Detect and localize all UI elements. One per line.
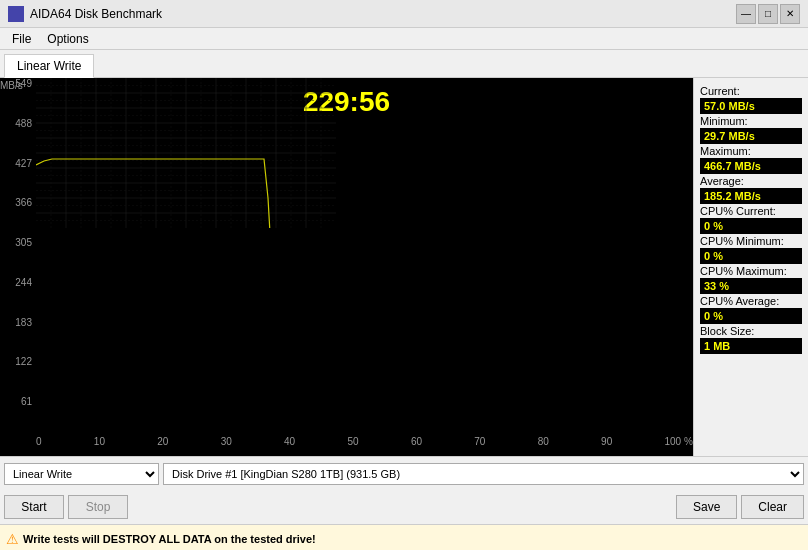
block-size-label: Block Size: [700, 325, 754, 337]
cpu-maximum-label: CPU% Maximum: [700, 265, 787, 277]
x-label-60: 60 [411, 436, 422, 447]
menu-bar: File Options [0, 28, 808, 50]
bottom-controls: Linear Write Random Write Linear Read Ra… [0, 456, 808, 490]
y-label-366: 366 [15, 197, 32, 208]
cpu-current-label: CPU% Current: [700, 205, 776, 217]
x-label-80: 80 [538, 436, 549, 447]
y-label-244: 244 [15, 277, 32, 288]
maximize-button[interactable]: □ [758, 4, 778, 24]
cpu-minimum-label: CPU% Minimum: [700, 235, 784, 247]
y-label-122: 122 [15, 356, 32, 367]
window-title: AIDA64 Disk Benchmark [30, 7, 162, 21]
x-label-10: 10 [94, 436, 105, 447]
x-label-100: 100 % [665, 436, 693, 447]
chart-area: MB/s 229:56 549 488 427 366 305 244 183 … [0, 78, 693, 456]
y-label-549: 549 [15, 78, 32, 89]
minimum-value: 29.7 MB/s [700, 128, 802, 144]
y-axis: 549 488 427 366 305 244 183 122 61 [0, 78, 36, 436]
x-label-70: 70 [474, 436, 485, 447]
main-content: MB/s 229:56 549 488 427 366 305 244 183 … [0, 78, 808, 456]
minimum-label: Minimum: [700, 115, 748, 127]
average-value: 185.2 MB/s [700, 188, 802, 204]
clear-button[interactable]: Clear [741, 495, 804, 519]
minimize-button[interactable]: — [736, 4, 756, 24]
tab-bar: Linear Write [0, 50, 808, 78]
warning-text: Write tests will DESTROY ALL DATA on the… [23, 533, 316, 545]
y-label-488: 488 [15, 118, 32, 129]
cpu-average-value: 0 % [700, 308, 802, 324]
window-controls: — □ ✕ [736, 4, 800, 24]
x-label-40: 40 [284, 436, 295, 447]
menu-file[interactable]: File [4, 30, 39, 48]
close-button[interactable]: ✕ [780, 4, 800, 24]
warning-bar: ⚠ Write tests will DESTROY ALL DATA on t… [0, 524, 808, 550]
x-label-50: 50 [347, 436, 358, 447]
maximum-label: Maximum: [700, 145, 751, 157]
cpu-current-value: 0 % [700, 218, 802, 234]
title-bar: AIDA64 Disk Benchmark — □ ✕ [0, 0, 808, 28]
current-value: 57.0 MB/s [700, 98, 802, 114]
y-label-427: 427 [15, 158, 32, 169]
save-button[interactable]: Save [676, 495, 737, 519]
y-label-183: 183 [15, 317, 32, 328]
x-label-90: 90 [601, 436, 612, 447]
y-label-61: 61 [21, 396, 32, 407]
current-label: Current: [700, 85, 740, 97]
y-label-305: 305 [15, 237, 32, 248]
average-label: Average: [700, 175, 744, 187]
start-button[interactable]: Start [4, 495, 64, 519]
x-axis: 0 10 20 30 40 50 60 70 80 90 100 % [36, 436, 693, 456]
tab-linear-write[interactable]: Linear Write [4, 54, 94, 78]
menu-options[interactable]: Options [39, 30, 96, 48]
x-label-30: 30 [221, 436, 232, 447]
stop-button[interactable]: Stop [68, 495, 128, 519]
buttons-row: Start Stop Save Clear [0, 490, 808, 524]
block-size-value: 1 MB [700, 338, 802, 354]
cpu-average-label: CPU% Average: [700, 295, 779, 307]
right-panel: Current: 57.0 MB/s Minimum: 29.7 MB/s Ma… [693, 78, 808, 456]
x-label-0: 0 [36, 436, 42, 447]
maximum-value: 466.7 MB/s [700, 158, 802, 174]
warning-icon: ⚠ [6, 531, 19, 547]
x-label-20: 20 [157, 436, 168, 447]
app-icon [8, 6, 24, 22]
drive-dropdown[interactable]: Disk Drive #1 [KingDian S280 1TB] (931.5… [163, 463, 804, 485]
test-type-dropdown[interactable]: Linear Write Random Write Linear Read Ra… [4, 463, 159, 485]
cpu-minimum-value: 0 % [700, 248, 802, 264]
cpu-maximum-value: 33 % [700, 278, 802, 294]
chart-svg [36, 78, 336, 228]
